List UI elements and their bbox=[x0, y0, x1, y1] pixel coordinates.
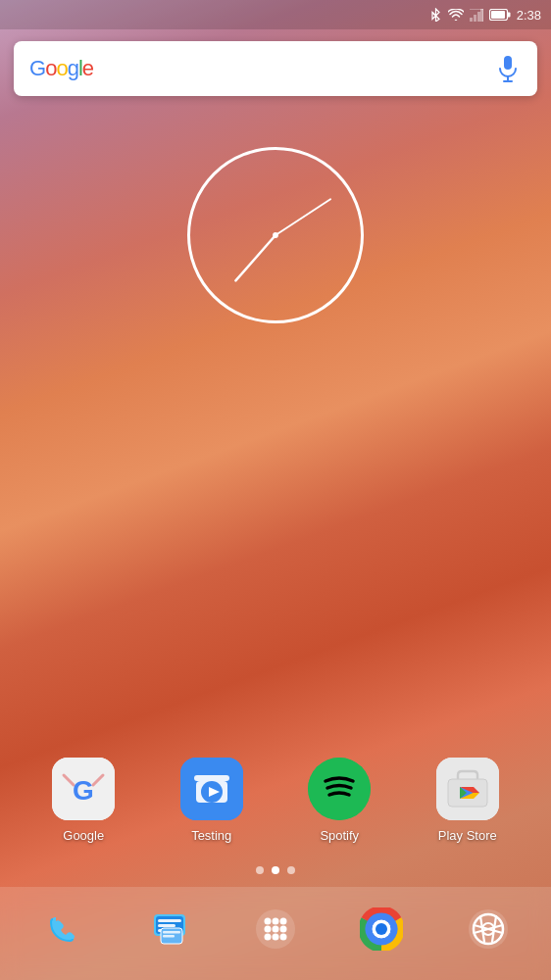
svg-line-14 bbox=[276, 199, 330, 235]
search-bar[interactable]: Google bbox=[14, 41, 537, 96]
svg-rect-2 bbox=[474, 15, 476, 22]
svg-rect-10 bbox=[504, 56, 512, 70]
svg-point-48 bbox=[279, 933, 286, 940]
app-playstore[interactable]: Play Store bbox=[428, 758, 507, 843]
app-spotify[interactable]: Spotify bbox=[300, 758, 378, 843]
svg-rect-3 bbox=[477, 12, 480, 22]
svg-point-45 bbox=[279, 925, 286, 932]
dock-messages[interactable] bbox=[142, 902, 197, 956]
page-dot-3[interactable] bbox=[287, 866, 295, 874]
playstore-app-label: Play Store bbox=[438, 828, 497, 843]
app-grid: G Google Testing bbox=[0, 758, 551, 843]
wifi-icon bbox=[448, 9, 464, 22]
google-app-label: Google bbox=[63, 828, 104, 843]
status-bar: 2:38 bbox=[0, 0, 551, 29]
mic-icon[interactable] bbox=[494, 55, 522, 82]
testing-app-icon bbox=[180, 758, 243, 820]
svg-rect-38 bbox=[163, 935, 175, 938]
svg-point-41 bbox=[272, 917, 278, 924]
svg-rect-8 bbox=[507, 13, 510, 18]
app-google[interactable]: G Google bbox=[44, 758, 123, 843]
svg-line-13 bbox=[235, 235, 276, 280]
time-display: 2:38 bbox=[517, 8, 541, 23]
testing-app-label: Testing bbox=[191, 828, 231, 843]
svg-rect-1 bbox=[470, 18, 473, 22]
svg-rect-33 bbox=[158, 919, 181, 922]
dock-camera[interactable] bbox=[461, 902, 516, 956]
bluetooth-icon bbox=[429, 8, 442, 22]
svg-text:G: G bbox=[73, 775, 94, 806]
svg-point-47 bbox=[272, 933, 278, 940]
google-logo: Google bbox=[29, 56, 93, 81]
svg-point-44 bbox=[272, 925, 278, 932]
battery-icon bbox=[489, 9, 511, 21]
svg-point-15 bbox=[273, 232, 278, 238]
svg-point-46 bbox=[264, 933, 271, 940]
spotify-app-icon bbox=[308, 758, 371, 820]
clock-face bbox=[187, 147, 364, 323]
dock bbox=[0, 887, 551, 980]
google-app-icon: G bbox=[52, 758, 115, 820]
dock-phone[interactable] bbox=[35, 902, 90, 956]
svg-point-43 bbox=[264, 925, 271, 932]
svg-rect-34 bbox=[158, 924, 175, 927]
svg-rect-19 bbox=[194, 775, 229, 781]
dock-apps[interactable] bbox=[248, 902, 303, 956]
page-dot-2[interactable] bbox=[272, 866, 279, 874]
svg-point-42 bbox=[279, 917, 286, 924]
svg-point-30 bbox=[43, 909, 82, 949]
page-dot-1[interactable] bbox=[256, 866, 264, 874]
clock-hands bbox=[190, 150, 361, 320]
svg-point-40 bbox=[264, 917, 271, 924]
svg-point-23 bbox=[308, 758, 371, 820]
clock-widget[interactable] bbox=[187, 147, 364, 323]
spotify-app-label: Spotify bbox=[320, 828, 359, 843]
svg-rect-9 bbox=[491, 11, 505, 19]
signal1-icon bbox=[470, 9, 483, 22]
page-indicators bbox=[256, 866, 295, 874]
svg-rect-37 bbox=[163, 931, 180, 934]
svg-point-52 bbox=[376, 923, 387, 935]
app-testing[interactable]: Testing bbox=[173, 758, 251, 843]
playstore-app-icon bbox=[436, 758, 499, 820]
dock-chrome[interactable] bbox=[354, 902, 409, 956]
